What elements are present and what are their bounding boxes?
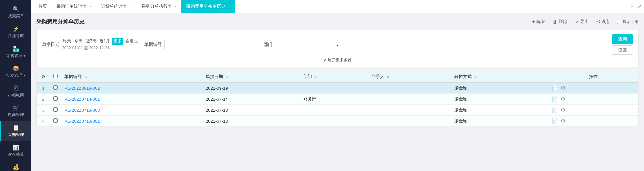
bill-no-input[interactable] — [164, 40, 258, 49]
main-area: 首页采购订单统计表×进货单统计表×采购订单执行表×采购费用分摊单历史× × ⤢ … — [31, 0, 644, 171]
expand-row: ∨ 展开更多条件 — [42, 57, 633, 63]
row-checkbox-cell — [50, 105, 61, 116]
table-row: 2 PE-20220714-001 2022-07-14 财务部 按金额 📄 ⚙ — [37, 94, 638, 105]
refresh-button[interactable]: ↺ 刷新 — [595, 17, 613, 26]
date-shortcuts: 昨天 今天 近7天 近1月 更多 自定义 — [62, 38, 139, 45]
add-button[interactable]: + 新增 — [530, 17, 547, 26]
tab-purchase-order-stat[interactable]: 采购订单统计表× — [52, 0, 96, 13]
tab-purchase-cost-history[interactable]: 采购费用分摊单历史× — [181, 0, 235, 13]
sidebar-label-ecom: 电商管理 — [2, 112, 30, 118]
bill-no-link-2[interactable]: PE-20220714-001 — [64, 97, 100, 102]
shortcut-today[interactable]: 今天 — [73, 38, 84, 45]
th-bill-no: 单据编号 ⇅ — [61, 71, 202, 83]
row-view-icon-1[interactable]: 📄 — [552, 85, 558, 91]
tab-close-purchase-cost-history[interactable]: × — [228, 4, 230, 8]
th-dept: 部门 ⇅ — [300, 71, 368, 83]
shortcut-more[interactable]: 更多 — [112, 38, 123, 45]
bill-no-field: 单据编号 — [144, 40, 258, 49]
date-field-col: 昨天 今天 近7天 近1月 更多 自定义 2022-01-01 至 2022-1… — [62, 38, 139, 51]
bill-no-link-1[interactable]: PE-20220919-002 — [64, 86, 100, 91]
delete-icon: 🗑 — [553, 19, 557, 24]
row-bill-date: 2022-07-13 — [202, 116, 300, 127]
refresh-icon: ↺ — [597, 19, 601, 24]
th-checkbox — [50, 71, 61, 83]
th-bill-no-label: 单据编号 — [64, 74, 82, 79]
row-view-icon-4[interactable]: 📄 — [552, 118, 558, 124]
row-ops-icon-4[interactable]: ⚙ — [561, 118, 565, 124]
date-range-text: 2022-01-01 至 2022-12-31 — [62, 45, 139, 51]
sidebar-icon-retail: 🏪 — [2, 46, 30, 52]
row-checkbox-1[interactable] — [53, 85, 58, 90]
tab-close-purchase-order-stat[interactable]: × — [90, 4, 92, 8]
sidebar-item-shortcut[interactable]: ⚡ 快捷导航 — [0, 22, 31, 42]
sidebar-item-mini[interactable]: 📱 小畅电商 — [0, 82, 31, 101]
tab-close-inbound-stat[interactable]: × — [130, 4, 132, 8]
shortcut-1month[interactable]: 近1月 — [99, 38, 111, 45]
dept-sort-icon[interactable]: ⇅ — [314, 75, 317, 79]
sidebar-label-retail: 零售管理 ▾ — [2, 53, 30, 59]
tab-inbound-stat[interactable]: 进货单统计表× — [96, 0, 137, 13]
settings-button[interactable]: 设置 — [612, 45, 633, 55]
row-bill-no: PE-20220919-002 — [61, 83, 202, 94]
show-columns-checkbox[interactable] — [617, 20, 621, 24]
row-actions: 📄 ⚙ — [548, 83, 638, 94]
gear-icon[interactable]: ⚙ — [41, 74, 45, 79]
row-checkbox-3[interactable] — [53, 107, 58, 112]
expand-conditions-button[interactable]: ∨ 展开更多条件 — [323, 57, 352, 63]
th-split-method-label: 分摊方式 — [454, 74, 472, 79]
delete-button[interactable]: 🗑 删除 — [551, 17, 569, 26]
maximize-window-icon[interactable]: ⤢ — [637, 3, 641, 10]
tab-label-inbound-stat: 进货单统计表 — [101, 3, 127, 9]
handler-sort-icon[interactable]: ⇅ — [387, 75, 389, 79]
shortcut-7days[interactable]: 近7天 — [85, 38, 97, 45]
row-dept: 财务部 — [300, 94, 368, 105]
row-checkbox-4[interactable] — [53, 118, 58, 123]
sidebar-item-ecom[interactable]: 🛒 电商管理 — [0, 101, 31, 121]
th-action: 操作 — [548, 71, 638, 83]
shortcut-yesterday[interactable]: 昨天 — [62, 38, 72, 45]
row-ops-icon-2[interactable]: ⚙ — [561, 96, 565, 102]
sidebar-icon-shortcut: ⚡ — [2, 26, 30, 32]
row-checkbox-2[interactable] — [53, 96, 58, 101]
shortcut-custom[interactable]: 自定义 — [125, 38, 139, 45]
tab-home[interactable]: 首页 — [34, 0, 52, 13]
th-settings: ⚙ — [37, 71, 50, 83]
tab-label-purchase-cost-history: 采购费用分摊单历史 — [186, 3, 225, 9]
row-bill-no: PE-20220714-001 — [61, 94, 202, 105]
bill-no-link-3[interactable]: PE-20220713-003 — [64, 108, 100, 113]
export-button[interactable]: ↗ 导出 — [573, 17, 591, 26]
tab-label-purchase-order-stat: 采购订单统计表 — [56, 3, 87, 9]
sidebar-item-finance[interactable]: 💰 资金管理 — [0, 161, 31, 171]
tab-bar: 首页采购订单统计表×进货单统计表×采购订单执行表×采购费用分摊单历史× × ⤢ — [31, 0, 644, 13]
row-view-icon-2[interactable]: 📄 — [552, 96, 558, 102]
bill-no-link-4[interactable]: PE-20220713-001 — [64, 119, 100, 124]
dept-select[interactable]: ∨ — [275, 40, 342, 49]
sidebar-icon-finance: 💰 — [2, 164, 30, 170]
row-ops-icon-3[interactable]: ⚙ — [561, 107, 565, 113]
show-columns-toggle[interactable]: 显示明细 — [617, 19, 639, 25]
bill-no-sort-icon[interactable]: ⇅ — [84, 75, 87, 79]
row-bill-date: 2022-07-14 — [202, 94, 300, 105]
tab-close-purchase-order-exec[interactable]: × — [175, 4, 177, 8]
table-body: 1 PE-20220919-002 2022-09-19 按金额 📄 ⚙ 2 P… — [37, 83, 638, 127]
row-view-icon-3[interactable]: 📄 — [552, 107, 558, 113]
bill-date-sort-icon[interactable]: ⇅ — [225, 75, 228, 79]
split-method-sort-icon[interactable]: ⇅ — [474, 75, 477, 79]
sidebar-item-inventory[interactable]: 📊 库存核算 — [0, 141, 31, 161]
row-ops-icon-1[interactable]: ⚙ — [561, 85, 565, 91]
sidebar-item-retail[interactable]: 🏪 零售管理 ▾ — [0, 42, 31, 62]
sidebar-item-wholesale[interactable]: 📦 批发管理 ▾ — [0, 62, 31, 82]
query-button[interactable]: 查询 — [612, 34, 633, 44]
date-search-field: 单据日期 昨天 今天 近7天 近1月 更多 自定义 2022-01-01 至 2… — [42, 38, 139, 51]
tab-purchase-order-exec[interactable]: 采购订单执行表× — [137, 0, 181, 13]
select-all-checkbox[interactable] — [53, 74, 58, 78]
data-table: ⚙ 单据编号 ⇅ 单据日期 ⇅ — [37, 71, 638, 127]
row-handler — [368, 105, 451, 116]
row-dept — [300, 83, 368, 94]
close-window-icon[interactable]: × — [631, 4, 634, 10]
search-row: 单据日期 昨天 今天 近7天 近1月 更多 自定义 2022-01-01 至 2… — [42, 34, 633, 55]
sidebar-item-purchase[interactable]: 📋 采购管理 — [0, 121, 31, 141]
row-checkbox-cell — [50, 94, 61, 105]
sidebar-item-search[interactable]: 🔍 搜索菜单 — [0, 3, 31, 22]
row-split-method: 按金额 — [451, 83, 548, 94]
